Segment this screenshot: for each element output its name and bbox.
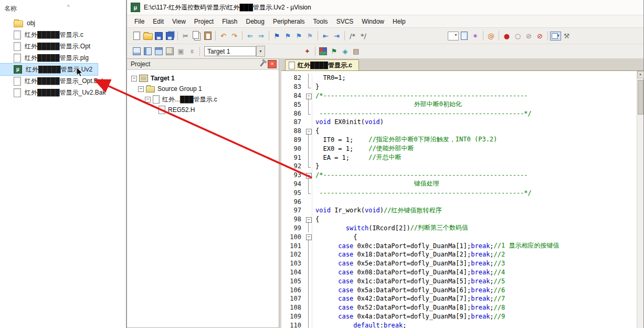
navigate-forward-button[interactable]: ⇒	[256, 30, 267, 42]
editor-scrollbar[interactable]: ▲	[637, 71, 643, 328]
fold-margin[interactable]: −	[305, 91, 312, 100]
code-line[interactable]: 82 TR0=1;	[281, 74, 637, 83]
tree-node-hfile[interactable]: REG52.H	[127, 105, 279, 115]
code-line[interactable]: 102 case 0x18:DataPort=dofly_DuanMa[2];b…	[281, 250, 637, 259]
books-window-button[interactable]: ▤	[351, 46, 362, 57]
code-line[interactable]: 107 case 0x42:DataPort=dofly_DuanMa[7];b…	[281, 294, 637, 303]
bookmark-clear-all-button[interactable]: ⚑	[304, 30, 315, 42]
editor-tab[interactable]: 红外████管显示.c	[285, 59, 359, 70]
tree-expander-icon[interactable]: −	[131, 76, 137, 81]
breakpoint-kill-all-button[interactable]: ⊘	[534, 30, 545, 42]
download-code-button[interactable]	[186, 46, 197, 57]
open-file-button[interactable]	[142, 30, 153, 42]
translate-file-button[interactable]	[131, 46, 142, 57]
find-combo-button[interactable]	[448, 30, 459, 42]
code-line[interactable]: 95 -------------------------------------…	[281, 188, 637, 197]
code-line[interactable]: 87void EX0init(void)	[281, 118, 637, 127]
file-item[interactable]: 红外█████管显示_Opt.Bak	[0, 75, 126, 87]
menu-file[interactable]: File	[130, 16, 149, 27]
tree-node-group[interactable]: −Source Group 1	[127, 84, 279, 94]
code-line[interactable]: 106 case 0x5a:DataPort=dofly_DuanMa[6];b…	[281, 285, 637, 294]
uncomment-selection-button[interactable]: */	[358, 30, 369, 42]
code-line[interactable]: 100− {	[281, 232, 637, 241]
menu-edit[interactable]: Edit	[149, 16, 168, 27]
incremental-find-button[interactable]: ✶	[470, 30, 481, 42]
code-line[interactable]: 94 键值处理	[281, 180, 637, 189]
code-lines[interactable]: 82 TR0=1;83}84−/*-----------------------…	[281, 71, 637, 328]
pin-icon[interactable]	[260, 62, 265, 67]
file-item[interactable]: 红外█████管显示.plg	[0, 52, 126, 64]
code-line[interactable]: 92}	[281, 162, 637, 171]
target-select-dropdown-icon[interactable]	[256, 46, 265, 57]
breakpoint-toggle-button[interactable]: ●	[501, 30, 512, 42]
find-at-symbol-button[interactable]: @	[485, 30, 497, 42]
bookmark-toggle-button[interactable]: ⚑	[271, 30, 282, 42]
indent-button[interactable]: ⇥	[331, 30, 342, 42]
tree-expander-icon[interactable]: −	[138, 86, 144, 92]
breakpoint-disable-all-button[interactable]: ⊘	[523, 30, 534, 42]
menu-svcs[interactable]: SVCS	[332, 16, 358, 27]
code-line[interactable]: 91 EA = 1; //开总中断	[281, 153, 637, 162]
target-select[interactable]: Target 1	[204, 46, 265, 57]
code-line[interactable]: 83}	[281, 83, 637, 91]
code-line[interactable]: 98−{	[281, 215, 637, 224]
copy-button[interactable]	[191, 30, 202, 42]
code-line[interactable]: 93−/*-----------------------------------…	[281, 171, 637, 180]
bookmark-next-button[interactable]: ⚑	[293, 30, 304, 42]
unindent-button[interactable]: ⇤	[320, 30, 331, 42]
code-line[interactable]: 105 case 0x1c:DataPort=dofly_DuanMa[5];b…	[281, 276, 637, 285]
fold-collapse-icon[interactable]: −	[306, 217, 312, 223]
paste-button[interactable]	[202, 30, 213, 42]
code-line[interactable]: 89 IT0 = 1; //指定外部中断0下降沿触发，INT0 (P3.2)	[281, 136, 637, 145]
fold-collapse-icon[interactable]: −	[306, 173, 312, 179]
navigate-back-button[interactable]: ⇐	[245, 30, 256, 42]
undo-button[interactable]: ↶	[218, 30, 229, 42]
build-target-button[interactable]	[142, 46, 153, 57]
code-line[interactable]: 85 外部中断0初始化	[281, 100, 637, 109]
batch-build-button[interactable]	[164, 46, 175, 57]
menu-help[interactable]: Help	[388, 16, 410, 27]
save-all-button[interactable]	[164, 30, 175, 42]
code-editor[interactable]: 82 TR0=1;83}84−/*-----------------------…	[281, 71, 643, 328]
code-line[interactable]: 109 case 0x4a:DataPort=dofly_DuanMa[9];b…	[281, 312, 637, 321]
menu-peripherals[interactable]: Peripherals	[269, 16, 309, 27]
code-line[interactable]: 108 case 0x52:DataPort=dofly_DuanMa[8];b…	[281, 303, 637, 312]
tree-node-cfile[interactable]: −红外...███管显示.c	[127, 94, 279, 105]
function-navigate-button[interactable]: ◈	[340, 46, 351, 57]
fold-collapse-icon[interactable]: −	[306, 94, 312, 99]
code-line[interactable]: 86 -------------------------------------…	[281, 109, 637, 118]
title-bar[interactable]: µ E:\c\117-红外遥控数码管显示\红外███管显示.Uv2 - µVis…	[127, 0, 643, 15]
fold-margin[interactable]: −	[305, 127, 312, 136]
menu-debug[interactable]: Debug	[242, 16, 269, 27]
file-item[interactable]: 红外█████管显示.c	[0, 29, 126, 40]
menu-tools[interactable]: Tools	[309, 16, 332, 27]
code-line[interactable]: 110 default:break;	[281, 321, 637, 328]
find-in-files-button[interactable]	[459, 30, 470, 42]
file-extensions-button[interactable]: ⚑	[329, 46, 340, 57]
bookmark-previous-button[interactable]: ⚑	[282, 30, 293, 42]
menu-flash[interactable]: Flash	[218, 16, 241, 27]
scrollbar-thumb[interactable]	[638, 80, 643, 115]
window-layout-button[interactable]	[550, 30, 561, 42]
configure-button[interactable]: ⚒	[561, 30, 572, 42]
code-line[interactable]: 90 EX0 = 1; //使能外部中断	[281, 144, 637, 153]
file-item[interactable]: 红外█████管显示.Opt	[0, 40, 126, 52]
tree-expander-icon[interactable]: −	[145, 97, 151, 102]
code-line[interactable]: 103 case 0x5e:DataPort=dofly_DuanMa[3];b…	[281, 259, 637, 268]
code-line[interactable]: 99 switch(IRcord[2])//判断第三个数码值	[281, 224, 637, 233]
breakpoint-enable-disable-button[interactable]: ○	[512, 30, 523, 42]
manage-components-button[interactable]	[318, 46, 329, 57]
menu-window[interactable]: Window	[357, 16, 388, 27]
scroll-up-button[interactable]: ▲	[637, 71, 644, 78]
file-item[interactable]: 红外█████管显示_Uv2.Bak	[0, 87, 126, 98]
code-line[interactable]: 101 case 0x0c:DataPort=dofly_DuanMa[1];b…	[281, 241, 637, 250]
code-line[interactable]: 104 case 0x08:DataPort=dofly_DuanMa[4];b…	[281, 268, 637, 277]
explorer-column-header[interactable]: 名称 ^	[0, 0, 126, 15]
fold-collapse-icon[interactable]: −	[306, 129, 312, 135]
rebuild-all-button[interactable]	[153, 46, 164, 57]
code-line[interactable]: 84−/*-----------------------------------…	[281, 91, 637, 100]
menu-project[interactable]: Project	[190, 16, 218, 27]
code-line[interactable]: 88−{	[281, 127, 637, 136]
menu-view[interactable]: View	[168, 16, 190, 27]
tree-node-target[interactable]: −Target 1	[127, 73, 279, 84]
